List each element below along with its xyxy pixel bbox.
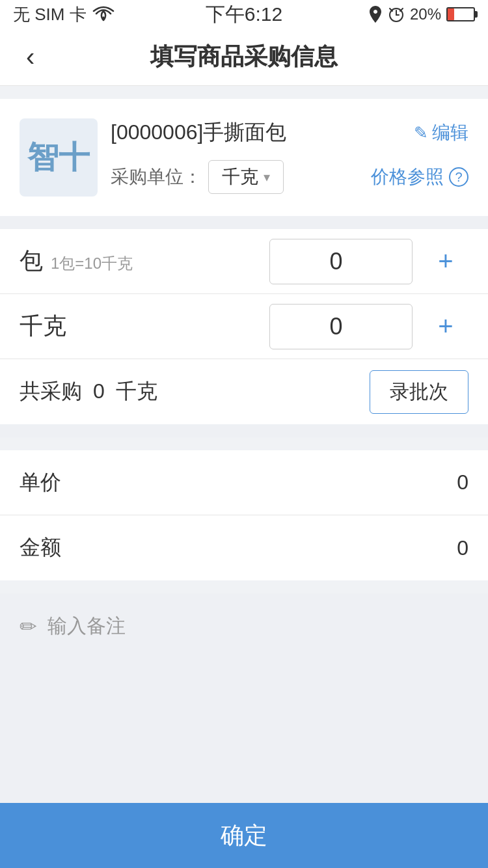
purchase-unit-row: 采购单位： 千克 ▾ 价格参照 ? — [111, 160, 468, 194]
confirm-button[interactable]: 确定 — [0, 803, 488, 868]
page-title: 填写商品采购信息 — [150, 41, 338, 73]
pencil-icon: ✏ — [20, 614, 37, 639]
bao-input-wrapper: + — [133, 239, 468, 284]
bao-sub-label: 1包=10千克 — [51, 253, 133, 274]
kg-label: 千克 — [20, 310, 124, 342]
note-placeholder: 输入备注 — [47, 613, 126, 640]
unit-price-value: 0 — [457, 470, 468, 495]
edit-label: 编辑 — [432, 120, 468, 145]
unit-price-label: 单价 — [20, 468, 61, 497]
unit-price-row: 单价 0 — [0, 450, 488, 515]
unit-select[interactable]: 千克 ▾ — [208, 160, 284, 194]
chevron-down-icon: ▾ — [264, 169, 270, 185]
bao-input[interactable] — [269, 239, 413, 284]
summary-row: 共采购 0 千克 录批次 — [0, 359, 488, 424]
unit-value: 千克 — [222, 165, 258, 189]
product-name: [0000006]手撕面包 — [111, 118, 286, 147]
alarm-icon — [388, 5, 405, 23]
purchase-unit-label: 采购单位： — [111, 165, 202, 189]
summary-text: 共采购 0 千克 — [20, 377, 157, 406]
battery-icon — [446, 7, 475, 21]
summary-suffix: 千克 — [116, 379, 157, 403]
product-name-row: [0000006]手撕面包 ✎ 编辑 — [111, 118, 468, 147]
wifi-icon — [92, 6, 115, 23]
status-time: 下午6:12 — [206, 1, 282, 28]
battery-percent: 20% — [410, 5, 441, 23]
product-image: 智十 — [20, 118, 98, 197]
price-section: 单价 0 金额 0 — [0, 450, 488, 580]
status-bar: 无 SIM 卡 下午6:12 20% — [0, 0, 488, 29]
back-button[interactable]: ‹ — [20, 36, 41, 78]
nav-bar: ‹ 填写商品采购信息 — [0, 29, 488, 86]
bao-plus-button[interactable]: + — [423, 239, 468, 284]
section-divider-1 — [0, 216, 488, 229]
input-section: 包 1包=10千克 + 千克 + — [0, 229, 488, 359]
bao-main-label: 包 — [20, 245, 43, 277]
product-card: 智十 [0000006]手撕面包 ✎ 编辑 采购单位： 千克 ▾ 价格参照 ? — [0, 99, 488, 216]
status-bar-left: 无 SIM 卡 — [13, 3, 115, 26]
price-ref-label: 价格参照 — [371, 165, 444, 189]
sim-text: 无 SIM 卡 — [13, 3, 87, 26]
summary-prefix: 共采购 — [20, 379, 82, 403]
product-image-placeholder: 智十 — [27, 137, 90, 178]
kg-input[interactable] — [269, 304, 413, 349]
amount-label: 金额 — [20, 534, 61, 562]
help-icon: ? — [449, 167, 468, 187]
kg-main-label: 千克 — [20, 310, 66, 342]
status-bar-right: 20% — [368, 5, 475, 23]
edit-button[interactable]: ✎ 编辑 — [414, 120, 468, 145]
product-info: [0000006]手撕面包 ✎ 编辑 采购单位： 千克 ▾ 价格参照 ? — [111, 118, 468, 194]
bao-label: 包 1包=10千克 — [20, 245, 133, 277]
kg-plus-button[interactable]: + — [423, 304, 468, 349]
section-divider-2 — [0, 424, 488, 437]
amount-row: 金额 0 — [0, 515, 488, 580]
kg-input-row: 千克 + — [0, 294, 488, 359]
edit-icon: ✎ — [414, 123, 428, 143]
kg-input-wrapper: + — [124, 304, 468, 349]
record-batch-button[interactable]: 录批次 — [370, 370, 468, 414]
bao-input-row: 包 1包=10千克 + — [0, 229, 488, 294]
location-icon — [368, 5, 383, 23]
price-ref-button[interactable]: 价格参照 ? — [371, 165, 468, 189]
note-section[interactable]: ✏ 输入备注 — [0, 593, 488, 659]
summary-amount: 0 — [93, 379, 105, 403]
amount-value: 0 — [457, 536, 468, 560]
